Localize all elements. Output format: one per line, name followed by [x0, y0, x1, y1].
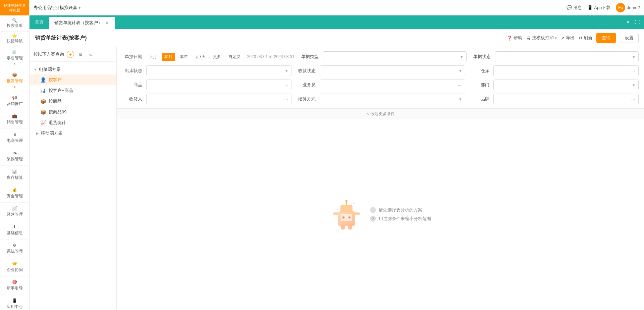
doc-type-select[interactable]: ▾ — [323, 51, 467, 62]
topbar-right: 💬 消息 📱 App下载 Ea demo2 — [567, 3, 640, 12]
help-button[interactable]: ❓ 帮助 — [507, 35, 522, 41]
tree-mobile-group[interactable]: ▶ 移动端方案 — [30, 128, 116, 138]
stock-status-label: 出库状态 — [122, 68, 142, 74]
date-btn-this-year[interactable]: 本年 — [177, 53, 191, 61]
department-select[interactable]: ▾ — [493, 80, 639, 90]
quicknav-icon: ⭐ — [0, 34, 29, 38]
print-button[interactable]: 🖨 按模板打印 ▾ — [526, 35, 557, 41]
tip-text-1: 请先选择要分析的方案 — [379, 207, 422, 213]
sidebar-quicknav-label: 快捷导航 — [0, 38, 29, 44]
purchase-icon: 🛍 — [13, 151, 17, 155]
sidebar-item-newbie[interactable]: 🎯 新手引导 — [0, 276, 29, 295]
sidebar-item-operations[interactable]: 📈 经营管理 — [0, 203, 29, 221]
warehouse-select[interactable]: ··· — [493, 65, 639, 76]
empty-illustration: ✦ ✦ — [330, 198, 363, 231]
payment-status-select[interactable]: ▾ — [320, 65, 465, 76]
settlement-select[interactable]: ▾ — [320, 94, 465, 104]
sidebar-item-purchase[interactable]: 🛍 采购管理 — [0, 147, 29, 166]
sidebar-item-inventory[interactable]: 📊 库存核算 — [0, 166, 29, 184]
sidebar-item-quicknav[interactable]: ⭐ 快捷导航 — [0, 32, 29, 46]
doc-status-dropdown-icon: ▾ — [633, 54, 635, 59]
brand-label: 品牌 — [469, 96, 489, 102]
sales-stats-tab-label: 销货单统计表（按客户） — [54, 20, 102, 26]
doc-status-select[interactable]: ▾ — [495, 51, 639, 62]
print-label: 按模板打印 — [532, 35, 554, 41]
filter-row-3: 商品 ··· 业务员 ··· 部门 ▾ — [122, 80, 639, 90]
sidebar-item-wholesale[interactable]: 📦 批发管理 ▲ — [0, 69, 29, 92]
tab-close-all-button[interactable]: ✕ — [624, 18, 632, 26]
tab-sales-stats[interactable]: 销货单统计表（按客户） ✕ — [49, 17, 115, 29]
tree-item-by-goods[interactable]: 📦 按商品 — [30, 96, 116, 107]
scheme-settings-button[interactable]: ⚙ — [77, 51, 84, 58]
tab-home[interactable]: 首页 — [30, 15, 49, 29]
settlement-label: 结算方式 — [296, 96, 316, 102]
salesperson-dots-icon: ··· — [458, 83, 462, 88]
refresh-button[interactable]: ↺ 刷新 — [579, 35, 592, 41]
sidebar-item-enterprise[interactable]: 🤝 企业协同 — [0, 258, 29, 276]
sidebar-ecommerce-label: 电商管理 — [7, 138, 23, 144]
sidebar-finance-label: 资金管理 — [7, 193, 23, 199]
main-layout: 按以下方案查询 + ⚙ « ▼ 电脑端方案 👤 按客户 — [30, 47, 644, 310]
recipient-select[interactable]: ··· — [146, 94, 291, 104]
goods-select[interactable]: ··· — [146, 80, 291, 90]
sidebar-item-retail[interactable]: 🛒 零售管理 ▼ — [0, 46, 29, 69]
tab-expand-button[interactable]: ⛶ — [633, 18, 641, 26]
query-button[interactable]: 查询 — [596, 33, 616, 43]
date-btn-last7[interactable]: 近7天 — [193, 53, 208, 61]
sidebar-item-ecommerce[interactable]: 🖥 电商管理 — [0, 129, 29, 147]
sidebar-item-search[interactable]: 🔍 搜索菜单 — [0, 15, 29, 32]
sidebar-sales-label: 销售管理 — [7, 119, 23, 125]
tab-close-icon[interactable]: ✕ — [104, 20, 110, 25]
message-button[interactable]: 💬 消息 — [567, 5, 582, 11]
sidebar-item-basic[interactable]: ℹ 基础信息 — [0, 221, 29, 240]
enterprise-icon: 🤝 — [12, 261, 17, 266]
finance-icon: 💰 — [12, 188, 17, 192]
export-button[interactable]: ↗ 导出 — [561, 35, 575, 41]
data-area: ✦ ✦ 1 请先选择要分析的方案 2 用过滤条件来缩小分析范围 — [117, 119, 644, 310]
sidebar-appcenter-label: 应用中心 — [7, 304, 23, 310]
salesperson-select[interactable]: ··· — [320, 80, 465, 90]
return-stats-label: 退货统计 — [49, 120, 66, 126]
tree-desktop-group[interactable]: ▼ 电脑端方案 — [30, 64, 116, 74]
doc-type-dropdown-icon: ▾ — [461, 54, 463, 59]
app-download-button[interactable]: 📱 App下载 — [587, 5, 610, 11]
warehouse-label: 仓库 — [469, 68, 489, 74]
chevron-up-icon: ▲ — [13, 85, 16, 88]
panel-collapse-button[interactable]: « — [87, 51, 94, 58]
sidebar-newbie-label: 新手引导 — [7, 286, 23, 291]
user-menu[interactable]: Ea demo2 — [616, 3, 640, 12]
add-scheme-button[interactable]: + — [67, 51, 74, 58]
tree-item-by-customer-goods[interactable]: 📊 按客户+商品 — [30, 85, 116, 96]
tree-item-by-goods99[interactable]: 📦 按商品99 — [30, 107, 116, 117]
tree-item-by-customer[interactable]: 👤 按客户 — [30, 74, 116, 85]
sidebar-purchase-label: 采购管理 — [7, 156, 23, 162]
date-btn-custom[interactable]: 自定义 — [226, 53, 243, 61]
collapse-bar[interactable]: ∧ 收起更多条件 — [117, 109, 644, 119]
tip-num-1: 1 — [370, 207, 376, 213]
date-btn-this-month[interactable]: 本月 — [162, 53, 175, 61]
sidebar-item-finance[interactable]: 💰 资金管理 — [0, 184, 29, 203]
sidebar-inventory-label: 库存核算 — [7, 175, 23, 180]
by-customer-goods-label: 按客户+商品 — [49, 88, 73, 94]
sidebar-item-system[interactable]: ⚙ 系统管理 — [0, 240, 29, 258]
settings-button[interactable]: 设置 — [620, 33, 639, 43]
message-icon: 💬 — [567, 5, 572, 10]
topbar-dropdown-icon[interactable]: ▾ — [78, 5, 81, 10]
date-btn-last-month[interactable]: 上月 — [146, 53, 160, 61]
stock-status-select[interactable]: ▾ — [146, 65, 291, 76]
date-btn-more[interactable]: 更多 — [210, 53, 224, 61]
svg-text:✦: ✦ — [336, 208, 338, 211]
appcenter-icon: 📱 — [12, 298, 17, 303]
sidebar-item-sales[interactable]: 💼 销售管理 — [0, 110, 29, 129]
by-customer-icon: 👤 — [40, 77, 46, 83]
brand-select[interactable]: ··· — [493, 94, 639, 104]
tree-item-return-stats[interactable]: 📈 退货统计 — [30, 117, 116, 128]
svg-point-8 — [345, 200, 347, 202]
svg-rect-10 — [355, 212, 360, 215]
main-container: 办公用品行业模拟账套 ▾ 💬 消息 📱 App下载 Ea demo2 首页 销货… — [30, 0, 644, 310]
sidebar-item-marketing[interactable]: 📢 营销推广 — [0, 92, 29, 110]
tree-section: ▼ 电脑端方案 👤 按客户 📊 按客户+商品 📦 — [30, 62, 116, 141]
page-actions: ❓ 帮助 🖨 按模板打印 ▾ ↗ 导出 ↺ 刷新 查询 设置 — [507, 33, 639, 47]
sidebar-item-appcenter[interactable]: 📱 应用中心 — [0, 295, 29, 310]
tree-collapsed-icon: ▶ — [36, 132, 39, 135]
